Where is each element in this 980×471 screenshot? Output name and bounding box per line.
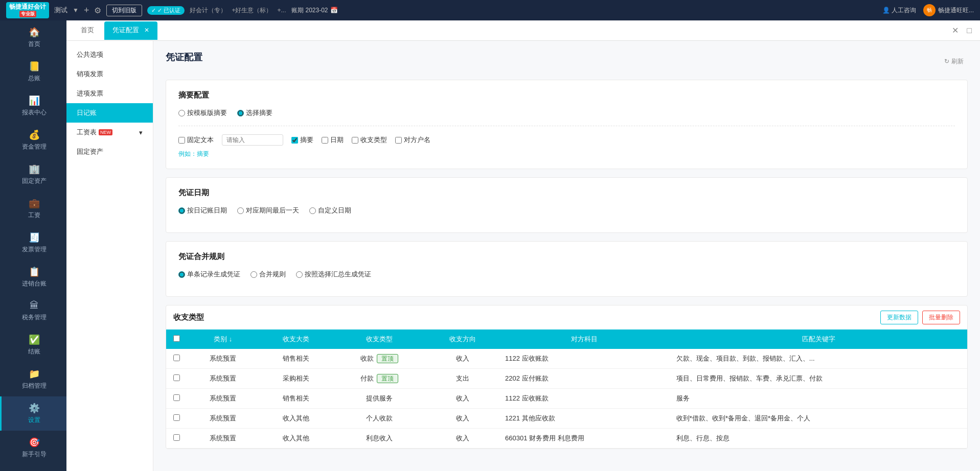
tab-voucher-config[interactable]: 凭证配置 ✕ [104, 21, 157, 40]
col-direction: 收支方向 [426, 329, 499, 349]
sidebar-item-salary[interactable]: 💼 工资 [0, 192, 66, 226]
calendar-icon[interactable]: 📅 [330, 7, 338, 14]
sort-icon[interactable]: ↓ [229, 335, 233, 343]
checkbox-counterpart[interactable] [395, 137, 402, 144]
sidebar-item-settings[interactable]: ⚙️ 设置 [0, 396, 66, 431]
left-nav-purchase-invoice[interactable]: 进项发票 [66, 84, 153, 103]
row-checkbox[interactable] [173, 355, 180, 361]
cell-category: 系统预置 [187, 429, 259, 449]
tab-minimize-btn[interactable]: ✕ [950, 25, 961, 36]
cell-subject: 1122 应收账款 [499, 389, 670, 409]
checkbox-summary[interactable] [291, 137, 298, 144]
radio-custom-date-label[interactable]: 自定义日期 [309, 206, 351, 215]
tab-home[interactable]: 首页 [73, 21, 102, 40]
sidebar-item-asset[interactable]: 🏢 固定资产 [0, 157, 66, 192]
row-checkbox[interactable] [173, 414, 180, 421]
row-checkbox[interactable] [173, 374, 180, 381]
sidebar-item-fund[interactable]: 💰 资金管理 [0, 123, 66, 157]
type-badge[interactable]: 置顶 [377, 354, 398, 363]
settings-icon[interactable]: ⚙ [94, 6, 101, 15]
cell-direction: 收入 [426, 409, 499, 429]
sidebar-item-purchase[interactable]: 📋 进销台账 [0, 260, 66, 294]
main-content: 首页 凭证配置 ✕ ✕ □ 公共选项 销项发票 进项发票 日记账 [66, 20, 980, 471]
left-nav-fixed-assets[interactable]: 固定资产 [66, 142, 153, 161]
radio-period-last[interactable] [237, 207, 244, 214]
radio-custom-date[interactable] [309, 207, 316, 214]
radio-merge-label[interactable]: 合并规则 [250, 270, 286, 279]
checkbox-fixed-text[interactable] [178, 137, 185, 144]
tab-bar-right: ✕ □ [950, 25, 974, 36]
cell-subject: 2202 应付账款 [499, 369, 670, 389]
radio-template-label[interactable]: 按模板版摘要 [178, 108, 227, 117]
sidebar-item-ledger[interactable]: 📒 总账 [0, 55, 66, 89]
radio-summary-generate[interactable] [296, 271, 303, 278]
switch-old-btn[interactable]: 切到旧版 [106, 5, 142, 16]
sidebar-item-home[interactable]: 🏠 首页 [0, 20, 66, 55]
cell-keywords: 服务 [670, 389, 967, 409]
fixed-text-input[interactable] [222, 134, 283, 146]
select-all-checkbox[interactable] [173, 335, 180, 342]
radio-period-last-label[interactable]: 对应期间最后一天 [237, 206, 299, 215]
sidebar-item-guide[interactable]: 🎯 新手引导 [0, 431, 66, 465]
sidebar-item-member[interactable]: 👑 畅会员 [0, 465, 66, 471]
cell-type: 付款置顶 [332, 369, 426, 389]
summary-checkbox-group: 固定文本 摘要 日期 收支类型 [178, 134, 955, 146]
row-checkbox[interactable] [173, 394, 180, 401]
checkbox-income-type-label[interactable]: 收支类型 [352, 135, 387, 145]
radio-summary-generate-label[interactable]: 按照选择汇总生成凭证 [296, 270, 371, 279]
row-checkbox[interactable] [173, 434, 180, 441]
left-nav-public[interactable]: 公共选项 [66, 45, 153, 64]
checkbox-date-label[interactable]: 日期 [322, 135, 344, 145]
left-nav-salary-table[interactable]: 工资表 NEW ▾ [66, 123, 153, 142]
settlement-icon: ✅ [29, 334, 40, 345]
content-area: 凭证配置 ↻ 刷新 摘要配置 按模板版摘要 选择摘要 [153, 41, 980, 471]
cell-major-type: 收入其他 [259, 409, 332, 429]
service-btn[interactable]: 👤 人工咨询 [882, 6, 916, 15]
sidebar-item-report[interactable]: 📊 报表中心 [0, 89, 66, 123]
checkbox-summary-label[interactable]: 摘要 [291, 135, 313, 145]
checkbox-income-type[interactable] [352, 137, 358, 144]
radio-template[interactable] [178, 110, 185, 116]
income-expense-section: 收支类型 更新数据 批量删除 类别 [166, 305, 968, 449]
radio-journal-date[interactable] [178, 207, 185, 214]
refresh-btn[interactable]: ↻ 刷新 [940, 55, 968, 68]
left-nav-journal[interactable]: 日记账 [66, 103, 153, 123]
left-nav-sales-invoice[interactable]: 销项发票 [66, 64, 153, 84]
radio-select[interactable] [237, 110, 244, 116]
summary-title: 摘要配置 [178, 90, 955, 100]
company-dropdown-icon[interactable]: ▼ [73, 7, 79, 14]
period-display: 账期 2023-02 📅 [291, 6, 338, 15]
cell-direction: 收入 [426, 429, 499, 449]
cell-direction: 收入 [426, 349, 499, 369]
tab-bar: 首页 凭证配置 ✕ ✕ □ [66, 20, 980, 41]
sidebar-item-settlement[interactable]: ✅ 结账 [0, 328, 66, 362]
sidebar-item-tax[interactable]: 🏛 税务管理 [0, 294, 66, 328]
checkbox-counterpart-label[interactable]: 对方户名 [395, 135, 430, 145]
sidebar-item-invoice[interactable]: 🧾 发票管理 [0, 226, 66, 260]
checkbox-date[interactable] [322, 137, 328, 144]
income-expense-table: 类别 ↓ 收支大类 收支类型 收支方向 对方科目 匹配关键字 系统预置销售相关收… [166, 329, 967, 449]
radio-select-label[interactable]: 选择摘要 [237, 108, 272, 117]
page-wrapper: 公共选项 销项发票 进项发票 日记账 工资表 NEW ▾ 固定资产 [66, 41, 980, 471]
merge-rules-section: 凭证合并规则 单条记录生成凭证 合并规则 按照选择汇总生成凭证 [166, 241, 968, 297]
radio-journal-date-label[interactable]: 按日记账日期 [178, 206, 227, 215]
report-icon: 📊 [29, 95, 40, 106]
radio-single[interactable] [178, 271, 185, 278]
cell-type: 收款置顶 [332, 349, 426, 369]
add-icon[interactable]: + [84, 5, 89, 16]
table-title: 收支类型 [173, 313, 204, 322]
type-badge[interactable]: 置顶 [377, 374, 398, 383]
sidebar-item-archive[interactable]: 📁 归档管理 [0, 362, 66, 396]
refresh-icon: ↻ [944, 58, 949, 65]
cell-type: 个人收款 [332, 409, 426, 429]
invoice-icon: 🧾 [29, 232, 40, 243]
tab-maximize-btn[interactable]: □ [965, 25, 974, 36]
batch-delete-btn[interactable]: 批量删除 [922, 311, 960, 324]
user-profile[interactable]: 畅 畅捷通旺旺... [923, 4, 974, 16]
checkbox-fixed-text-label[interactable]: 固定文本 [178, 135, 214, 145]
sidebar: 🏠 首页 📒 总账 📊 报表中心 💰 资金管理 🏢 固定资产 💼 工资 🧾 发票… [0, 20, 66, 471]
update-data-btn[interactable]: 更新数据 [880, 311, 918, 324]
radio-single-label[interactable]: 单条记录生成凭证 [178, 270, 240, 279]
tab-close-btn[interactable]: ✕ [144, 27, 149, 34]
radio-merge[interactable] [250, 271, 257, 278]
